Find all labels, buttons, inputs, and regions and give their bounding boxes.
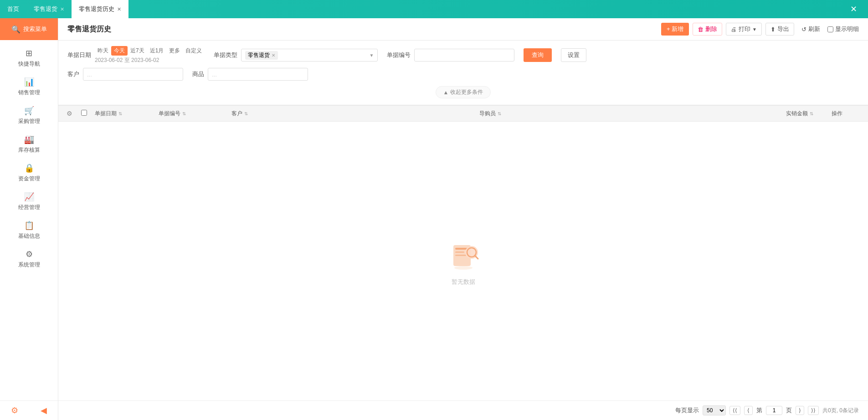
customer-placeholder: ... — [87, 71, 92, 78]
col-header-action: 操作 — [828, 110, 864, 118]
voucher-num-input[interactable] — [414, 49, 514, 61]
per-page-label: 每页显示 — [675, 406, 699, 415]
voucher-type-tag-close[interactable]: ✕ — [272, 53, 275, 58]
top-bar-right: ✕ — [847, 2, 868, 16]
sidebar-item-inventory[interactable]: 🏭 库存核算 — [0, 130, 58, 159]
voucher-type-dropdown-arrow: ▼ — [369, 53, 374, 58]
tab-retail-return-history-label: 零售退货历史 — [79, 5, 114, 13]
new-button[interactable]: + 新增 — [661, 23, 689, 36]
sidebar-item-system[interactable]: ⚙ 系统管理 — [0, 245, 58, 273]
sidebar-item-operations-label: 经营管理 — [18, 204, 40, 211]
svg-point-0 — [454, 266, 473, 270]
tab-retail-return[interactable]: 零售退货 ✕ — [26, 0, 72, 18]
collapse-row: ▲ 收起更多条件 — [67, 84, 859, 102]
sidebar: 🔍 搜索菜单 ⊞ 快捷导航 📊 销售管理 🛒 采购管理 🏭 库存核算 🔒 — [0, 18, 58, 420]
sidebar-item-basic-info-label: 基础信息 — [18, 232, 40, 240]
sidebar-item-quick-nav[interactable]: ⊞ 快捷导航 — [0, 44, 58, 72]
sidebar-item-quick-nav-label: 快捷导航 — [18, 60, 40, 68]
first-page-btn[interactable]: ⟨⟨ — [729, 406, 740, 415]
inventory-icon: 🏭 — [24, 134, 34, 144]
date-btn-custom[interactable]: 自定义 — [183, 46, 205, 56]
search-bar-label: 搜索菜单 — [23, 25, 47, 33]
quick-nav-icon: ⊞ — [26, 48, 32, 58]
sidebar-item-sales[interactable]: 📊 销售管理 — [0, 72, 58, 101]
date-btn-today[interactable]: 今天 — [111, 46, 128, 56]
delete-button[interactable]: 🗑 删除 — [693, 23, 722, 36]
delete-icon: 🗑 — [698, 26, 704, 33]
print-icon: 🖨 — [731, 26, 737, 33]
top-bar: 首页 零售退货 ✕ 零售退货历史 ✕ ✕ — [0, 0, 868, 18]
voucher-num-group: 单据编号 — [387, 49, 514, 61]
col-header-customer[interactable]: 客户 ⇅ — [228, 110, 476, 118]
date-btn-7days[interactable]: 近7天 — [128, 46, 147, 56]
date-filter-buttons: 昨天 今天 近7天 近1月 更多 自定义 — [95, 46, 205, 56]
basic-info-icon: 📋 — [24, 220, 34, 230]
col-header-amount[interactable]: 实销金额 ⇅ — [782, 110, 828, 118]
last-page-btn[interactable]: ⟩⟩ — [808, 406, 819, 415]
sidebar-settings-icon[interactable]: ⚙ — [11, 405, 18, 415]
col-date-sort-icon: ⇅ — [118, 111, 122, 116]
per-page-select[interactable]: 10 20 50 100 — [703, 405, 726, 415]
sidebar-item-sales-label: 销售管理 — [18, 89, 40, 97]
col-customer-sort-icon: ⇅ — [244, 111, 248, 116]
sidebar-nav: ⊞ 快捷导航 📊 销售管理 🛒 采购管理 🏭 库存核算 🔒 资金管理 📈 — [0, 40, 58, 400]
operations-icon: 📈 — [24, 192, 34, 202]
voucher-type-tag: 零售退货 ✕ — [245, 51, 278, 60]
page-header: 零售退货历史 + 新增 🗑 删除 🖨 打印 ▼ ⬆ 导出 ↺ — [58, 18, 868, 41]
voucher-type-label: 单据类型 — [214, 51, 237, 59]
date-btn-yesterday[interactable]: 昨天 — [95, 46, 111, 56]
table-select-all-checkbox[interactable] — [77, 109, 91, 118]
customer-input[interactable]: ... — [83, 68, 183, 81]
display-detail-toggle[interactable]: 显示明细 — [827, 25, 859, 33]
date-btn-1month[interactable]: 近1月 — [147, 46, 167, 56]
sidebar-item-purchase[interactable]: 🛒 采购管理 — [0, 101, 58, 130]
tab-home[interactable]: 首页 — [0, 0, 26, 18]
goods-label: 商品 — [192, 70, 204, 78]
customer-group: 客户 ... — [67, 68, 183, 81]
tab-retail-return-close[interactable]: ✕ — [60, 6, 64, 12]
col-header-guide[interactable]: 导购员 ⇅ — [476, 110, 535, 118]
export-button[interactable]: ⬆ 导出 — [765, 23, 794, 36]
svg-rect-3 — [455, 251, 464, 253]
prev-page-btn[interactable]: ⟨ — [744, 406, 753, 415]
voucher-num-label: 单据编号 — [387, 51, 411, 59]
col-header-number[interactable]: 单据编号 ⇅ — [155, 110, 228, 118]
search-bar[interactable]: 🔍 搜索菜单 — [0, 18, 58, 40]
display-detail-checkbox[interactable] — [827, 26, 833, 32]
query-button[interactable]: 查询 — [524, 48, 552, 62]
next-page-btn[interactable]: ⟩ — [796, 406, 804, 415]
empty-illustration — [445, 236, 482, 272]
table-settings-icon[interactable]: ⚙ — [62, 110, 77, 117]
date-range-display: 2023-06-02 至 2023-06-02 — [95, 56, 205, 64]
goods-input[interactable]: ... — [208, 68, 308, 81]
refresh-button[interactable]: ↺ 刷新 — [798, 23, 824, 35]
sidebar-item-operations[interactable]: 📈 经营管理 — [0, 187, 58, 216]
tab-home-label: 首页 — [7, 5, 19, 13]
filter-settings-button[interactable]: 设置 — [561, 48, 586, 62]
goods-group: 商品 ... — [192, 68, 308, 81]
page-number-input[interactable] — [766, 406, 782, 415]
print-button[interactable]: 🖨 打印 ▼ — [726, 23, 762, 36]
voucher-type-input[interactable]: 零售退货 ✕ ▼ — [241, 49, 378, 61]
collapse-button[interactable]: ▲ 收起更多条件 — [436, 86, 491, 98]
sidebar-item-finance[interactable]: 🔒 资金管理 — [0, 159, 58, 187]
tab-retail-return-history[interactable]: 零售退货历史 ✕ — [72, 0, 128, 18]
refresh-icon: ↺ — [801, 26, 806, 33]
col-header-date[interactable]: 单据日期 ⇅ — [91, 110, 155, 118]
col-guide-sort-icon: ⇅ — [498, 111, 501, 116]
purchase-icon: 🛒 — [24, 106, 34, 116]
table-area: ⚙ 单据日期 ⇅ 单据编号 ⇅ 客户 ⇅ 导购员 ⇅ — [58, 105, 868, 420]
date-btn-more[interactable]: 更多 — [166, 46, 183, 56]
tab-retail-return-history-close[interactable]: ✕ — [117, 6, 121, 12]
sidebar-collapse-icon[interactable]: ◀ — [41, 405, 47, 415]
finance-icon: 🔒 — [24, 163, 34, 173]
sidebar-bottom: ⚙ ◀ — [0, 400, 58, 420]
tab-retail-return-label: 零售退货 — [34, 5, 57, 13]
voucher-type-group: 单据类型 零售退货 ✕ ▼ — [214, 49, 378, 61]
sidebar-item-basic-info[interactable]: 📋 基础信息 — [0, 216, 58, 245]
date-options-group: 昨天 今天 近7天 近1月 更多 自定义 2023-06-02 至 2023-0… — [95, 46, 205, 64]
window-close-icon[interactable]: ✕ — [847, 2, 861, 16]
col-num-sort-icon: ⇅ — [182, 111, 186, 116]
empty-text: 暂无数据 — [452, 278, 475, 286]
page-unit: 页 — [786, 406, 792, 415]
